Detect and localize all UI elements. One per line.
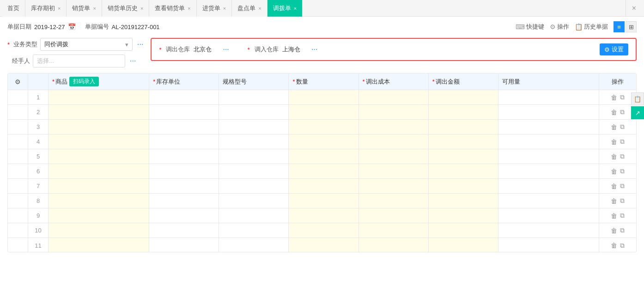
- row-delete-icon[interactable]: 🗑: [611, 153, 617, 160]
- row-cost[interactable]: [359, 194, 429, 208]
- row-cost[interactable]: [359, 120, 429, 134]
- row-copy-icon[interactable]: ⧉: [620, 242, 625, 250]
- warehouse-in-value[interactable]: 上海仓: [282, 45, 300, 54]
- warehouse-out-value[interactable]: 北京仓: [194, 45, 212, 54]
- warehouse-out-more-icon[interactable]: ···: [223, 45, 229, 54]
- list-view-button[interactable]: ≡: [614, 21, 625, 32]
- row-qty[interactable]: [289, 238, 358, 252]
- row-delete-icon[interactable]: 🗑: [611, 212, 617, 220]
- row-product[interactable]: [49, 90, 149, 104]
- tab-close-purchase[interactable]: ×: [223, 6, 226, 11]
- tab-inventory-init[interactable]: 库存期初 ×: [25, 0, 67, 17]
- row-cost[interactable]: [359, 90, 429, 104]
- operation-button[interactable]: ⚙ 操作: [550, 23, 569, 31]
- table-scroll-area[interactable]: 1 🗑 ⧉ 2 🗑 ⧉: [8, 90, 636, 252]
- row-product[interactable]: [49, 105, 149, 119]
- row-product[interactable]: [49, 164, 149, 178]
- float-export-button[interactable]: ↗: [631, 106, 644, 119]
- row-amount[interactable]: [429, 194, 498, 208]
- row-delete-icon[interactable]: 🗑: [611, 242, 617, 249]
- row-product[interactable]: [49, 134, 149, 149]
- row-copy-icon[interactable]: ⧉: [620, 138, 625, 146]
- row-product[interactable]: [49, 194, 149, 208]
- table-row[interactable]: 9 🗑 ⧉: [8, 208, 636, 223]
- row-qty[interactable]: [289, 105, 358, 119]
- row-delete-icon[interactable]: 🗑: [611, 109, 617, 116]
- row-cost[interactable]: [359, 149, 429, 164]
- table-row[interactable]: 7 🗑 ⧉: [8, 179, 636, 194]
- handler-input[interactable]: 选择...: [33, 55, 125, 67]
- row-product[interactable]: [49, 149, 149, 164]
- row-amount[interactable]: [429, 164, 498, 178]
- row-qty[interactable]: [289, 208, 358, 223]
- row-qty[interactable]: [289, 120, 358, 134]
- row-cost[interactable]: [359, 134, 429, 149]
- row-product[interactable]: [49, 179, 149, 193]
- table-row[interactable]: 11 🗑 ⧉: [8, 238, 636, 252]
- tab-close-check-sales[interactable]: ×: [188, 6, 190, 11]
- row-delete-icon[interactable]: 🗑: [611, 197, 617, 205]
- calendar-icon[interactable]: 📅: [68, 23, 76, 31]
- table-row[interactable]: 2 🗑 ⧉: [8, 105, 636, 120]
- handler-more-icon[interactable]: ···: [130, 57, 136, 65]
- row-qty[interactable]: [289, 194, 358, 208]
- tab-close-stocktake[interactable]: ×: [258, 6, 261, 11]
- row-qty[interactable]: [289, 223, 358, 238]
- row-delete-icon[interactable]: 🗑: [611, 138, 617, 146]
- row-amount[interactable]: [429, 238, 498, 252]
- row-cost[interactable]: [359, 208, 429, 223]
- table-row[interactable]: 3 🗑 ⧉: [8, 120, 636, 134]
- float-list-button[interactable]: 📋: [631, 92, 644, 105]
- row-amount[interactable]: [429, 208, 498, 223]
- scan-button[interactable]: 扫码录入: [69, 77, 99, 86]
- row-product[interactable]: [49, 238, 149, 252]
- row-copy-icon[interactable]: ⧉: [620, 226, 625, 234]
- window-close-button[interactable]: ×: [626, 0, 642, 17]
- row-delete-icon[interactable]: 🗑: [611, 227, 617, 234]
- row-delete-icon[interactable]: 🗑: [611, 168, 617, 175]
- row-product[interactable]: [49, 120, 149, 134]
- row-qty[interactable]: [289, 149, 358, 164]
- row-copy-icon[interactable]: ⧉: [620, 93, 625, 101]
- tab-purchase[interactable]: 进货单 ×: [197, 0, 232, 17]
- row-cost[interactable]: [359, 179, 429, 193]
- row-amount[interactable]: [429, 179, 498, 193]
- warehouse-in-more-icon[interactable]: ···: [311, 45, 317, 54]
- row-amount[interactable]: [429, 134, 498, 149]
- tab-stocktake[interactable]: 盘点单 ×: [232, 0, 267, 17]
- table-row[interactable]: 8 🗑 ⧉: [8, 194, 636, 208]
- table-row[interactable]: 6 🗑 ⧉: [8, 164, 636, 179]
- row-copy-icon[interactable]: ⧉: [620, 197, 625, 205]
- row-amount[interactable]: [429, 90, 498, 104]
- tab-close-inventory-init[interactable]: ×: [58, 6, 61, 11]
- row-qty[interactable]: [289, 164, 358, 178]
- row-amount[interactable]: [429, 223, 498, 238]
- row-copy-icon[interactable]: ⧉: [620, 123, 625, 131]
- business-type-more-icon[interactable]: ···: [137, 40, 143, 49]
- row-copy-icon[interactable]: ⧉: [620, 108, 625, 116]
- row-cost[interactable]: [359, 238, 429, 252]
- tab-close-sales-order[interactable]: ×: [93, 6, 96, 11]
- settings-button[interactable]: ⚙ 设置: [600, 43, 628, 55]
- shortcut-button[interactable]: ⌨ 快捷键: [516, 23, 544, 31]
- row-delete-icon[interactable]: 🗑: [611, 94, 617, 101]
- row-amount[interactable]: [429, 105, 498, 119]
- row-amount[interactable]: [429, 120, 498, 134]
- row-delete-icon[interactable]: 🗑: [611, 123, 617, 131]
- row-cost[interactable]: [359, 164, 429, 178]
- row-cost[interactable]: [359, 223, 429, 238]
- table-row[interactable]: 5 🗑 ⧉: [8, 149, 636, 164]
- tab-transfer[interactable]: 调拨单 ×: [267, 0, 303, 17]
- tab-home[interactable]: 首页: [2, 0, 25, 17]
- row-copy-icon[interactable]: ⧉: [620, 167, 625, 175]
- tab-sales-order[interactable]: 销货单 ×: [67, 0, 102, 17]
- date-value[interactable]: 2019-12-27: [34, 24, 65, 31]
- business-type-input[interactable]: 同价调拨 ▾: [40, 38, 133, 51]
- table-row[interactable]: 4 🗑 ⧉: [8, 134, 636, 149]
- row-qty[interactable]: [289, 179, 358, 193]
- row-qty[interactable]: [289, 134, 358, 149]
- row-delete-icon[interactable]: 🗑: [611, 183, 617, 190]
- row-copy-icon[interactable]: ⧉: [620, 212, 625, 220]
- row-cost[interactable]: [359, 105, 429, 119]
- tab-close-sales-history[interactable]: ×: [140, 6, 143, 11]
